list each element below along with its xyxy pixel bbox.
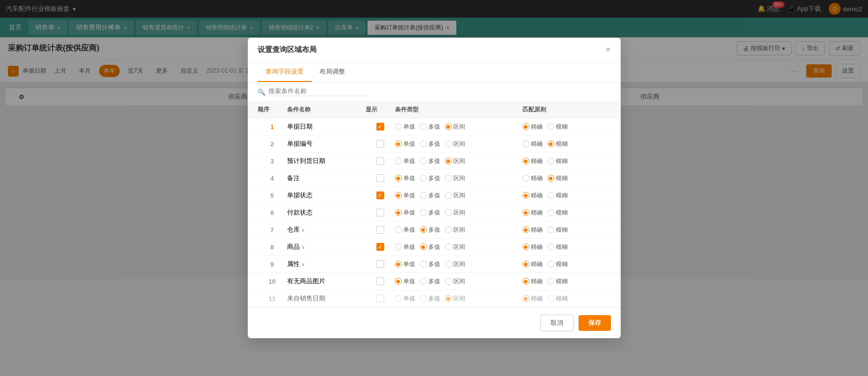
type-single-radio[interactable]: 单值 [395, 123, 415, 131]
match-radio-group: 精确 模糊 [523, 243, 621, 251]
col-order: 顺序 [258, 106, 287, 114]
tab-layout-adjust[interactable]: 布局调整 [312, 62, 353, 82]
type-range-radio[interactable]: 区间 [445, 123, 465, 131]
display-checkbox[interactable] [376, 209, 384, 216]
match-exact-radio[interactable]: 精确 [523, 157, 543, 165]
match-fuzzy-radio[interactable]: 模糊 [548, 191, 568, 200]
type-range-circle [445, 226, 452, 233]
match-exact-radio[interactable]: 精确 [523, 140, 543, 148]
match-exact-circle [523, 175, 529, 182]
match-fuzzy-radio[interactable]: 模糊 [548, 277, 568, 279]
match-fuzzy-circle [548, 278, 554, 279]
type-range-label: 区间 [453, 174, 465, 183]
type-multi-radio[interactable]: 多值 [420, 226, 440, 234]
type-single-radio[interactable]: 单值 [395, 174, 415, 183]
type-multi-radio[interactable]: 多值 [420, 140, 440, 148]
type-single-radio[interactable]: 单值 [395, 191, 415, 200]
match-fuzzy-radio[interactable]: 模糊 [548, 260, 568, 269]
type-multi-radio[interactable]: 多值 [420, 209, 440, 217]
display-checkbox-cell[interactable] [366, 174, 395, 182]
display-checkbox-cell[interactable]: ✓ [366, 191, 395, 199]
type-multi-label: 多值 [428, 277, 440, 279]
type-range-radio[interactable]: 区间 [445, 277, 465, 279]
match-exact-circle [523, 140, 529, 147]
type-range-label: 区间 [453, 209, 465, 217]
type-multi-radio[interactable]: 多值 [420, 277, 440, 279]
type-single-radio[interactable]: 单值 [395, 140, 415, 148]
display-checkbox[interactable]: ✓ [376, 191, 384, 199]
display-checkbox-cell[interactable] [366, 226, 395, 234]
type-single-radio[interactable]: 单值 [395, 209, 415, 217]
type-range-radio[interactable]: 区间 [445, 191, 465, 200]
match-fuzzy-radio[interactable]: 模糊 [548, 243, 568, 251]
type-single-radio[interactable]: 单值 [395, 277, 415, 279]
display-checkbox[interactable] [376, 226, 384, 234]
match-exact-circle [523, 278, 529, 279]
type-multi-radio[interactable]: 多值 [420, 191, 440, 200]
match-fuzzy-circle [548, 226, 554, 233]
match-exact-radio[interactable]: 精确 [523, 209, 543, 217]
match-exact-radio[interactable]: 精确 [523, 277, 543, 279]
type-range-radio[interactable]: 区间 [445, 209, 465, 217]
match-fuzzy-label: 模糊 [556, 277, 568, 279]
match-radio-group: 精确 模糊 [523, 174, 621, 183]
type-range-radio[interactable]: 区间 [445, 226, 465, 234]
type-multi-circle [420, 261, 427, 268]
display-checkbox[interactable] [376, 277, 384, 279]
match-fuzzy-circle [548, 175, 554, 182]
match-fuzzy-radio[interactable]: 模糊 [548, 209, 568, 217]
display-checkbox-cell[interactable] [366, 209, 395, 216]
type-range-radio[interactable]: 区间 [445, 140, 465, 148]
type-range-radio[interactable]: 区间 [445, 260, 465, 269]
match-fuzzy-radio[interactable]: 模糊 [548, 174, 568, 183]
match-fuzzy-radio[interactable]: 模糊 [548, 226, 568, 234]
type-range-radio[interactable]: 区间 [445, 157, 465, 165]
display-checkbox-cell[interactable]: ✓ [366, 243, 395, 251]
type-range-radio[interactable]: 区间 [445, 174, 465, 183]
display-checkbox[interactable] [376, 260, 384, 268]
type-single-radio[interactable]: 单值 [395, 226, 415, 234]
type-single-radio[interactable]: 单值 [395, 260, 415, 269]
display-checkbox-cell[interactable] [366, 140, 395, 148]
display-checkbox-cell[interactable]: ✓ [366, 123, 395, 131]
type-multi-radio[interactable]: 多值 [420, 157, 440, 165]
display-checkbox[interactable]: ✓ [376, 123, 384, 131]
display-checkbox-cell[interactable] [366, 260, 395, 268]
type-range-radio[interactable]: 区间 [445, 243, 465, 251]
search-input[interactable] [268, 87, 367, 96]
match-exact-radio[interactable]: 精确 [523, 123, 543, 131]
type-single-radio[interactable]: 单值 [395, 243, 415, 251]
match-fuzzy-label: 模糊 [556, 191, 568, 200]
dialog-close-button[interactable]: × [605, 45, 611, 55]
type-multi-label: 多值 [428, 260, 440, 269]
tab-field-settings[interactable]: 查询字段设置 [258, 62, 312, 82]
display-checkbox-cell[interactable] [366, 157, 395, 165]
match-fuzzy-label: 模糊 [556, 226, 568, 234]
match-exact-radio[interactable]: 精确 [523, 191, 543, 200]
type-multi-radio[interactable]: 多值 [420, 243, 440, 251]
match-exact-circle [523, 243, 529, 250]
match-fuzzy-circle [548, 123, 554, 130]
display-checkbox[interactable]: ✓ [376, 243, 384, 251]
type-single-radio[interactable]: 单值 [395, 157, 415, 165]
type-multi-label: 多值 [428, 209, 440, 217]
match-exact-radio[interactable]: 精确 [523, 260, 543, 269]
match-exact-radio[interactable]: 精确 [523, 226, 543, 234]
field-name: 单据日期 [287, 123, 313, 130]
display-checkbox[interactable] [376, 140, 384, 148]
type-multi-radio[interactable]: 多值 [420, 123, 440, 131]
match-exact-label: 精确 [531, 243, 543, 251]
match-exact-label: 精确 [531, 157, 543, 165]
type-multi-radio[interactable]: 多值 [420, 174, 440, 183]
match-fuzzy-radio[interactable]: 模糊 [548, 157, 568, 165]
display-checkbox[interactable] [376, 157, 384, 165]
match-exact-radio[interactable]: 精确 [523, 174, 543, 183]
display-checkbox[interactable] [376, 174, 384, 182]
type-radio-group: 单值 多值 区间 [395, 243, 523, 251]
match-fuzzy-radio[interactable]: 模糊 [548, 140, 568, 148]
match-fuzzy-radio[interactable]: 模糊 [548, 123, 568, 131]
display-checkbox-cell[interactable] [366, 277, 395, 279]
match-exact-radio[interactable]: 精确 [523, 243, 543, 251]
type-radio-group: 单值 多值 区间 [395, 157, 523, 165]
type-multi-radio[interactable]: 多值 [420, 260, 440, 269]
